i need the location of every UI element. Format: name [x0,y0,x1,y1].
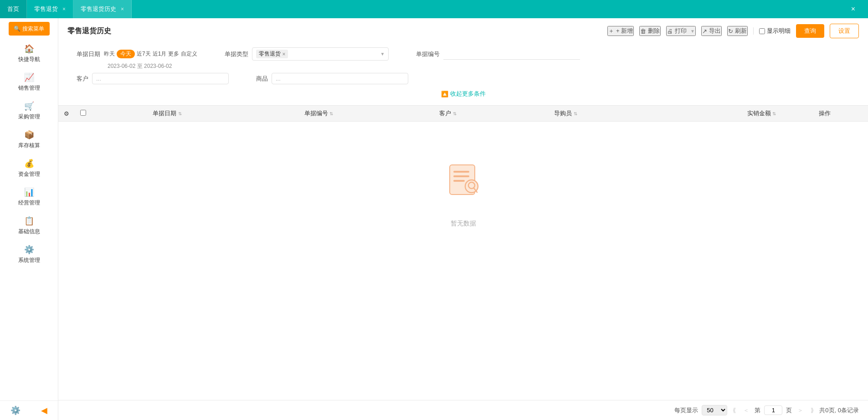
svg-rect-3 [453,180,465,182]
sidebar-search[interactable]: 🔍 搜索菜单 [9,22,50,36]
filter-row-1: 单据日期 昨天 今天 近7天 近1月 更多 自定义 单据类型 [77,47,850,61]
delete-button[interactable]: 🗑 删除 [639,26,661,36]
voucher-type-tag-close[interactable]: × [282,51,285,57]
show-detail-checkbox[interactable]: 显示明细 [759,27,791,35]
col-guide-label: 导购员 [554,110,572,117]
voucher-type-tag-text: 零售退货 [259,50,281,58]
goods-value: ... [276,75,404,82]
customer-label: 客户 [77,75,88,83]
query-button[interactable]: 查询 [796,24,824,38]
delete-label: 删除 [648,27,660,35]
table-header: ⚙ 单据日期 ⇅ 单据编号 ⇅ 客户 ⇅ [58,106,868,122]
pagination: 每页显示 10 20 50 100 ⟪ ＜ 第 页 ＞ ⟫ 共0页, 0条记录 [58,400,868,420]
first-page-button[interactable]: ⟪ [731,406,738,415]
print-dropdown-arrow: ▼ [690,29,695,34]
tab-retail-return-history[interactable]: 零售退货历史 × [73,0,132,18]
date-option-more[interactable]: 更多 [168,50,179,58]
col-amount-label: 实销金额 [747,110,771,117]
purchase-icon: 🛒 [24,101,34,111]
sidebar-settings-button[interactable]: ⚙️ [10,405,21,415]
sidebar-item-basic-info-label: 基础信息 [18,228,40,236]
sidebar-item-finance[interactable]: 💰 资金管理 [0,154,58,183]
date-option-7days[interactable]: 近7天 [137,50,151,58]
table-settings-col[interactable]: ⚙ [58,106,75,122]
top-bar: 首页 零售退货 × 零售退货历史 × × [0,0,868,18]
last-page-button[interactable]: ⟫ [809,406,816,415]
empty-icon [441,158,486,212]
customer-select[interactable]: ... [92,73,229,84]
page-input[interactable] [764,405,782,415]
tab-retail-return-history-close[interactable]: × [121,6,124,12]
system-icon: ⚙️ [24,245,34,255]
date-option-today[interactable]: 今天 [117,50,135,58]
sidebar-item-operation-label: 经营管理 [18,199,40,207]
data-table: ⚙ 单据日期 ⇅ 单据编号 ⇅ 客户 ⇅ [58,106,868,122]
sidebar-item-quick-nav[interactable]: 🏠 快捷导航 [0,39,58,68]
sidebar-item-operation[interactable]: 📊 经营管理 [0,183,58,211]
voucher-no-input[interactable] [443,49,580,60]
sidebar-item-purchase[interactable]: 🛒 采购管理 [0,97,58,125]
main-content: 零售退货历史 ＋ + 新增 🗑 删除 🖨 打印 ▼ [58,18,868,420]
goods-select[interactable]: ... [272,73,408,84]
empty-text: 暂无数据 [451,220,476,228]
sales-icon: 📈 [24,72,34,82]
col-guide[interactable]: 导购员 ⇅ [501,106,630,122]
operation-icon: 📊 [24,187,34,197]
col-date-label: 单据日期 [153,110,176,117]
basic-info-icon: 📋 [24,216,34,226]
new-label: + 新增 [616,27,633,35]
export-icon: ↗ [702,28,707,35]
date-option-1month[interactable]: 近1月 [153,50,167,58]
filter-area: 单据日期 昨天 今天 近7天 近1月 更多 自定义 单据类型 [67,44,859,105]
sidebar-item-quick-nav-label: 快捷导航 [18,56,40,63]
sidebar-collapse-button[interactable]: ◀ [41,405,47,415]
new-button[interactable]: ＋ + 新增 [607,26,634,36]
show-detail-input[interactable] [759,28,765,34]
next-page-button[interactable]: ＞ [796,405,805,415]
tab-retail-return[interactable]: 零售退货 × [27,0,73,18]
select-all-checkbox[interactable] [80,110,86,116]
per-page-select[interactable]: 10 20 50 100 [702,405,727,415]
print-button[interactable]: 🖨 打印 ▼ [666,26,696,36]
sidebar-item-system[interactable]: ⚙️ 系统管理 [0,240,58,269]
page-label: 第 [755,406,760,415]
sidebar-item-sales[interactable]: 📈 销售管理 [0,68,58,97]
col-customer-sort: ⇅ [453,111,457,116]
tab-home[interactable]: 首页 [0,0,27,18]
date-filter-label: 单据日期 [77,50,100,58]
print-icon: 🖨 [667,28,673,35]
sidebar-item-inventory[interactable]: 📦 库存核算 [0,125,58,154]
col-date[interactable]: 单据日期 ⇅ [92,106,243,122]
sidebar-item-basic-info[interactable]: 📋 基础信息 [0,211,58,240]
toolbar-separator [753,27,754,35]
date-option-yesterday[interactable]: 昨天 [104,50,115,58]
prev-page-button[interactable]: ＜ [741,405,751,415]
sidebar-search-label: 搜索菜单 [22,25,44,33]
voucher-type-arrow: ▼ [380,51,385,56]
page-unit: 页 [786,406,792,415]
export-button[interactable]: ↗ 导出 [701,26,722,36]
refresh-button[interactable]: ↻ 刷新 [727,26,748,36]
col-no-label: 单据编号 [304,110,328,117]
new-icon: ＋ [608,27,614,35]
col-customer[interactable]: 客户 ⇅ [395,106,501,122]
col-date-sort: ⇅ [178,111,182,116]
tab-retail-return-close[interactable]: × [62,6,66,12]
delete-icon: 🗑 [640,28,646,35]
table-check-col[interactable] [75,106,92,122]
customer-dots: ... [96,75,101,82]
empty-state: 暂无数据 [58,122,868,264]
col-amount[interactable]: 实销金额 ⇅ [630,106,781,122]
voucher-type-select[interactable]: 零售退货 × ▼ [252,47,389,61]
sidebar-item-purchase-label: 采购管理 [18,113,40,121]
set-button[interactable]: 设置 [830,24,859,38]
collapse-label: 收起更多条件 [450,90,486,98]
main-layout: 🔍 搜索菜单 🏠 快捷导航 📈 销售管理 🛒 采购管理 📦 库存核算 💰 资金管… [0,18,868,420]
date-option-custom[interactable]: 自定义 [181,50,197,58]
window-close-button[interactable]: × [844,5,863,13]
export-label: 导出 [709,27,721,35]
filter-date: 单据日期 昨天 今天 近7天 近1月 更多 自定义 [77,50,197,58]
col-no[interactable]: 单据编号 ⇅ [243,106,394,122]
collapse-icon: 🔼 [441,91,448,97]
collapse-filter-button[interactable]: 🔼 收起更多条件 [441,90,486,98]
